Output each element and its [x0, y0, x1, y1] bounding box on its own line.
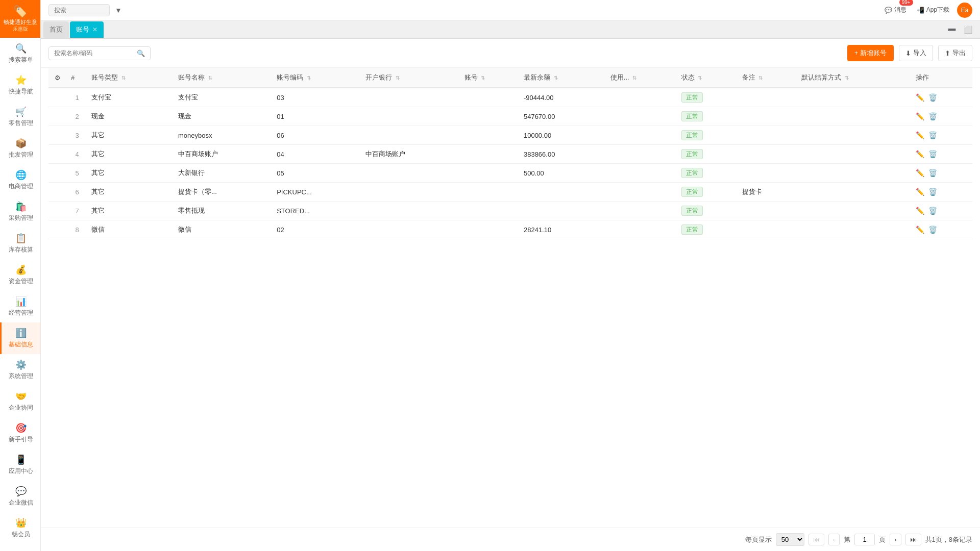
table-row: 6 其它 提货卡（零... PICKUPC... 正常 提货卡 ✏️ 🗑️: [48, 183, 972, 202]
sidebar-item-app-center[interactable]: 📱 应用中心: [0, 449, 40, 481]
sidebar-item-inventory-check[interactable]: 📋 库存核算: [0, 228, 40, 259]
col-account-name[interactable]: 账号名称 ⇅: [174, 68, 273, 88]
tab-home[interactable]: 首页: [43, 21, 69, 38]
col-account-type[interactable]: 账号类型 ⇅: [87, 68, 174, 88]
page-size-label: 每页显示: [745, 535, 772, 544]
row-account-type: 其它: [87, 126, 174, 145]
sidebar-item-membership[interactable]: 👑 畅会员: [0, 512, 40, 544]
edit-btn-row-1[interactable]: ✏️: [916, 112, 924, 120]
import-button[interactable]: ⬇ 导入: [899, 45, 933, 61]
table-row: 4 其它 中百商场账户 04 中百商场账户 383866.00 正常 ✏️ 🗑️: [48, 145, 972, 164]
status-badge: 正常: [681, 224, 703, 235]
export-button[interactable]: ⬆ 导出: [938, 45, 972, 61]
col-remark[interactable]: 备注 ⇅: [738, 68, 797, 88]
tab-account-label: 账号: [76, 25, 89, 34]
import-icon: ⬇: [905, 49, 911, 57]
message-badge: 99+: [899, 0, 913, 6]
delete-btn-row-0[interactable]: 🗑️: [928, 93, 937, 102]
header-search-input[interactable]: [48, 4, 110, 16]
guide-icon: 🎯: [15, 422, 27, 434]
row-status: 正常: [677, 126, 738, 145]
sidebar-item-basic-info[interactable]: ℹ️ 基础信息: [0, 322, 40, 354]
row-num: 3: [67, 126, 87, 145]
sidebar-item-capital-mgmt[interactable]: 💰 资金管理: [0, 259, 40, 291]
edit-btn-row-7[interactable]: ✏️: [916, 226, 924, 234]
prev-page-btn[interactable]: ‹: [828, 534, 840, 545]
search-input[interactable]: [54, 49, 134, 57]
sidebar-item-label-wechat: 企业微信: [9, 498, 33, 507]
row-settings: [48, 145, 67, 164]
edit-btn-row-3[interactable]: ✏️: [916, 150, 924, 158]
sidebar-item-search-menu[interactable]: 🔍 搜索菜单: [0, 38, 40, 69]
row-account-name: 中百商场账户: [174, 145, 273, 164]
settings-col-icon[interactable]: ⚙: [53, 74, 63, 82]
sidebar-item-label-operation: 经营管理: [9, 309, 33, 317]
app-download-button[interactable]: 📲 App下载: [917, 6, 949, 14]
last-page-btn[interactable]: ⏭: [905, 534, 921, 545]
delete-btn-row-7[interactable]: 🗑️: [928, 226, 937, 234]
message-icon: 💬: [885, 7, 892, 14]
row-settings: [48, 107, 67, 126]
accounts-table: ⚙ # 账号类型 ⇅ 账号名称 ⇅ 账号编码 ⇅ 开户银行 ⇅ 账号 ⇅ 最新余…: [48, 68, 972, 239]
total-info: 共1页，8条记录: [925, 535, 972, 544]
col-status[interactable]: 状态 ⇅: [677, 68, 738, 88]
col-bank[interactable]: 开户银行 ⇅: [361, 68, 460, 88]
row-bank: [361, 88, 460, 107]
sidebar-item-ecom-mgmt[interactable]: 🌐 电商管理: [0, 164, 40, 196]
sidebar-item-purchase-mgmt[interactable]: 🛍️ 采购管理: [0, 196, 40, 228]
add-account-button[interactable]: + 新增账号: [847, 45, 894, 61]
message-button[interactable]: 💬 消息 99+: [882, 3, 909, 17]
sidebar-item-label-inventory: 库存核算: [9, 245, 33, 254]
col-account[interactable]: 账号 ⇅: [460, 68, 520, 88]
col-action: 操作: [912, 68, 972, 88]
status-badge: 正常: [681, 111, 703, 121]
next-page-btn[interactable]: ›: [890, 534, 901, 545]
sidebar-item-wholesale-mgmt[interactable]: 📦 批发管理: [0, 133, 40, 164]
row-account: [460, 88, 520, 107]
tab-account[interactable]: 账号 ✕: [70, 21, 104, 38]
user-avatar[interactable]: Ea: [957, 3, 972, 18]
row-num: 1: [67, 88, 87, 107]
table-row: 8 微信 微信 02 28241.10 正常 ✏️ 🗑️: [48, 220, 972, 239]
delete-btn-row-6[interactable]: 🗑️: [928, 207, 937, 215]
edit-btn-row-6[interactable]: ✏️: [916, 207, 924, 215]
edit-btn-row-0[interactable]: ✏️: [916, 93, 924, 102]
col-default-settlement[interactable]: 默认结算方式 ⇅: [797, 68, 911, 88]
page-size-select[interactable]: 50 10 20 100: [776, 533, 804, 546]
edit-btn-row-4[interactable]: ✏️: [916, 169, 924, 177]
sidebar-item-retail-mgmt[interactable]: 🛒 零售管理: [0, 101, 40, 133]
delete-btn-row-3[interactable]: 🗑️: [928, 150, 937, 158]
delete-btn-row-2[interactable]: 🗑️: [928, 131, 937, 139]
tab-maximize-btn[interactable]: ⬜: [961, 24, 975, 35]
col-settings[interactable]: ⚙: [48, 68, 67, 88]
sidebar-item-enterprise-agreement[interactable]: 🤝 企业协同: [0, 386, 40, 417]
sidebar-item-label-purchase: 采购管理: [9, 214, 33, 222]
row-account-name: 微信: [174, 220, 273, 239]
sidebar-item-enterprise-wechat[interactable]: 💬 企业微信: [0, 481, 40, 512]
edit-btn-row-2[interactable]: ✏️: [916, 131, 924, 139]
sidebar-item-operation-mgmt[interactable]: 📊 经营管理: [0, 291, 40, 322]
page-number-input[interactable]: [854, 534, 875, 545]
sidebar-item-quick-nav[interactable]: ⭐ 快捷导航: [0, 69, 40, 101]
delete-btn-row-1[interactable]: 🗑️: [928, 112, 937, 120]
delete-btn-row-4[interactable]: 🗑️: [928, 169, 937, 177]
row-status: 正常: [677, 107, 738, 126]
header-right: 💬 消息 99+ 📲 App下载 Ea: [882, 3, 972, 18]
row-default-settlement: [797, 145, 911, 164]
row-settings: [48, 183, 67, 202]
col-latest-balance[interactable]: 最新余额 ⇅: [520, 68, 606, 88]
sidebar-item-new-guide[interactable]: 🎯 新手引导: [0, 417, 40, 449]
sidebar-item-system-mgmt[interactable]: ⚙️ 系统管理: [0, 354, 40, 386]
tab-minimize-btn[interactable]: ➖: [945, 24, 959, 35]
row-latest-balance: -90444.00: [520, 88, 606, 107]
sidebar-logo[interactable]: 🏷️ 畅捷通好生意 乐惠版: [0, 0, 40, 38]
search-icon[interactable]: 🔍: [137, 49, 145, 57]
tab-account-close[interactable]: ✕: [92, 26, 97, 33]
delete-btn-row-5[interactable]: 🗑️: [928, 188, 937, 196]
col-account-code[interactable]: 账号编码 ⇅: [273, 68, 361, 88]
first-page-btn[interactable]: ⏮: [808, 534, 824, 545]
header-dropdown-btn[interactable]: ▼: [115, 6, 122, 14]
edit-btn-row-5[interactable]: ✏️: [916, 188, 924, 196]
row-action: ✏️ 🗑️: [912, 107, 972, 126]
col-usage[interactable]: 使用... ⇅: [606, 68, 677, 88]
